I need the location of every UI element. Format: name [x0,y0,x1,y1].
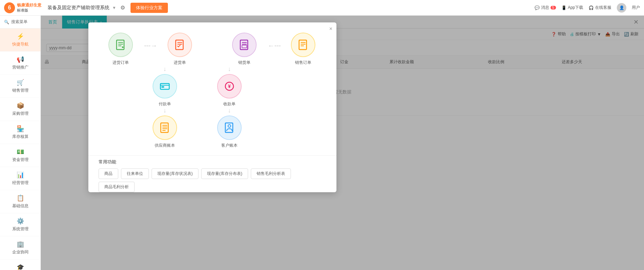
sidebar-item-beginner[interactable]: 🎓 新手引导 [0,259,40,270]
func-btn-sales-gross[interactable]: 销售毛利分析表 [251,168,291,179]
purchase-order-circle[interactable] [108,33,133,57]
flow-node-supplier-account[interactable]: 供应商账本 [143,115,187,148]
common-functions-title: 常用功能 [99,159,326,165]
sidebar-item-marketing[interactable]: 📢 营销推广 [0,52,40,75]
svg-rect-11 [299,40,307,50]
logo-text: 畅康通好生意 标准版 [17,3,41,13]
func-buttons-row1: 商品 往来单位 现存量(库存状况表) 现存量(库存分布表) 销售毛利分析表 商品… [99,168,326,192]
enterprise-icon: 🏢 [17,240,24,248]
customer-account-label: 客户账本 [221,143,238,148]
svg-rect-7 [240,40,248,50]
sidebar: 🔍 搜索菜单 ⚡ 快捷导航 📢 营销推广 🛒 销售管理 📦 采购管理 🏪 库存核… [0,16,41,270]
sales-icon: 🛒 [17,79,24,86]
func-btn-stock-dist[interactable]: 现存量(库存分布表) [201,168,248,179]
purchase-receipt-label: 进货单 [174,60,186,66]
sidebar-item-purchase[interactable]: 📦 采购管理 [0,98,40,121]
system-title-area: 装备及固定资产辅助管理系统 ▼ ⚙ 体验行业方案 [48,3,535,13]
common-functions: 常用功能 商品 往来单位 现存量(库存状况表) 现存量(库存分布表) 销售毛利分… [88,155,336,192]
flow-diagram: 进货订单 - - - → 进货单 [88,22,336,155]
finance-icon: 💵 [17,148,24,156]
svg-rect-4 [176,40,183,50]
app-download-btn[interactable]: 📱 App下载 [561,5,583,11]
inventory-icon: 🏪 [17,125,24,132]
receipt-label: 收款单 [223,101,236,107]
sidebar-item-sales[interactable]: 🛒 销售管理 [0,75,40,98]
marketing-icon: 📢 [17,56,24,63]
customer-account-circle[interactable] [217,115,242,140]
func-btn-product[interactable]: 商品 [99,168,118,179]
purchase-icon: 📦 [17,102,24,109]
basic-info-icon: 📋 [17,194,24,202]
flow-node-purchase-order[interactable]: 进货订单 [99,33,143,66]
top-header: 6 畅康通好生意 标准版 装备及固定资产辅助管理系统 ▼ ⚙ 体验行业方案 💬 … [0,0,644,16]
svg-point-26 [228,125,231,127]
sys-mgmt-icon: ⚙️ [17,217,24,225]
svg-rect-10 [242,45,247,48]
sidebar-item-enterprise[interactable]: 🏢 企业协同 [0,236,40,259]
func-btn-stock-status[interactable]: 现存量(库存状况表) [152,168,198,179]
message-icon: 💬 [535,5,540,10]
svg-rect-17 [161,86,164,88]
online-service-btn[interactable]: 🎧 在线客服 [589,5,611,11]
sales-order-circle[interactable] [291,33,315,57]
download-icon: 📱 [561,5,567,10]
purchase-receipt-circle[interactable] [168,33,192,57]
sidebar-item-sys-mgmt[interactable]: ⚙️ 系统管理 [0,213,40,236]
quick-nav-modal: × 进货订单 - - - → [88,22,336,192]
modal-close-btn[interactable]: × [329,26,332,32]
payment-label: 付款单 [159,101,171,107]
supplier-account-label: 供应商账本 [155,143,175,148]
func-btn-counterpart[interactable]: 往来单位 [121,168,149,179]
sales-order-label: 销售订单 [295,60,311,66]
func-btn-product-gross[interactable]: 商品毛利分析 [99,182,135,192]
flow-node-customer-account[interactable]: 客户账本 [207,115,251,148]
sidebar-item-inventory[interactable]: 🏪 库存核算 [0,121,40,144]
settings-btn[interactable]: ⚙ [120,4,125,11]
sidebar-item-finance[interactable]: 💵 资金管理 [0,144,40,167]
sidebar-item-quick-nav[interactable]: ⚡ 快捷导航 [0,29,40,52]
content-area: 首页 销售订单执行表 × ✕ ❓ 帮助 🖨 按模板打印 ▼ 📤 导出 [41,16,644,270]
svg-rect-20 [161,123,168,132]
svg-rect-0 [117,40,124,50]
supplier-account-circle[interactable] [153,115,177,140]
flow-node-sales-receipt[interactable]: 销货单 [222,33,266,66]
flow-node-receipt[interactable]: ¥ 收款单 [207,74,251,107]
experience-btn[interactable]: 体验行业方案 [130,3,168,13]
flow-node-payment[interactable]: 付款单 [143,74,187,107]
message-btn[interactable]: 💬 消息 5 [535,5,556,11]
service-icon: 🎧 [589,5,594,10]
message-badge: 5 [551,6,556,10]
logo-area: 6 畅康通好生意 标准版 [4,2,45,13]
flow-node-sales-order[interactable]: 销售订单 [281,33,325,66]
header-right: 💬 消息 5 📱 App下载 🎧 在线客服 👤 用户 [535,3,640,13]
payment-circle[interactable] [153,74,177,98]
beginner-icon: 🎓 [17,264,24,270]
system-dropdown-btn[interactable]: ▼ [112,5,116,10]
receipt-circle[interactable]: ¥ [217,74,242,98]
sales-receipt-circle[interactable] [232,33,257,57]
user-name[interactable]: 用户 [632,5,640,11]
avatar: 👤 [617,3,626,13]
flow-node-purchase-receipt[interactable]: 进货单 [158,33,202,66]
sales-receipt-label: 销货单 [238,60,250,66]
logo-icon: 6 [4,2,15,13]
sidebar-item-basic-info[interactable]: 📋 基础信息 [0,190,40,213]
main-layout: 🔍 搜索菜单 ⚡ 快捷导航 📢 营销推广 🛒 销售管理 📦 采购管理 🏪 库存核… [0,16,644,270]
search-icon: 🔍 [4,20,9,24]
system-title: 装备及固定资产辅助管理系统 [48,5,109,11]
purchase-order-label: 进货订单 [112,60,129,66]
search-menu-btn[interactable]: 🔍 搜索菜单 [0,16,40,29]
operations-icon: 📊 [17,171,24,179]
svg-text:¥: ¥ [228,84,231,89]
quick-nav-icon: ⚡ [17,33,24,40]
modal-overlay: × 进货订单 - - - → [41,16,644,270]
sidebar-item-operations[interactable]: 📊 经营管理 [0,167,40,190]
